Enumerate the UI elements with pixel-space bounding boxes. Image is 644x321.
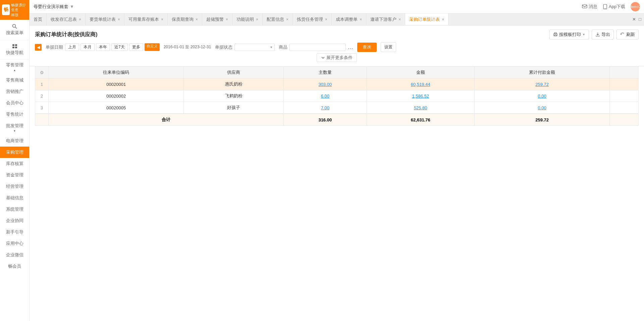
column-settings-icon[interactable]: ⚙ (40, 70, 44, 75)
status-select[interactable] (234, 44, 275, 51)
tab-close-button[interactable]: × (286, 17, 288, 22)
tab-order-stats[interactable]: 要货单统计表 × (86, 13, 124, 25)
paid-link[interactable]: 259.72 (535, 82, 549, 87)
table-row[interactable]: 1 00020001 惠氏奶粉 303.00 60,519.44 259.72 (35, 78, 639, 90)
tab-close-button[interactable]: × (442, 17, 444, 22)
sidebar: 畅 畅捷通好生意标版 搜索菜单 快捷导航 零售管理 零售商城 营销推广 (0, 0, 30, 321)
amount-link[interactable]: 1,586.52 (412, 94, 429, 99)
print-dropdown-icon: ▼ (582, 33, 585, 36)
search-menu-button[interactable]: 搜索菜单 (2, 22, 27, 37)
sidebar-item-finance[interactable]: 资金管理 (0, 169, 29, 181)
expand-button[interactable]: 展开更多条件 (317, 53, 357, 62)
tab-close-button[interactable]: × (360, 17, 362, 22)
qty-link[interactable]: 6.00 (321, 94, 329, 99)
sidebar-item-operations[interactable]: 经营管理 (0, 181, 29, 192)
sidebar-item-wechat[interactable]: 企业微信 (0, 249, 29, 261)
sidebar-item-purchase[interactable]: 采购管理 (0, 147, 29, 158)
print-label: 按模板打印 (559, 32, 581, 38)
sidebar-item-wholesale[interactable]: 批发管理 (0, 120, 29, 135)
tab-close-button[interactable]: × (398, 17, 401, 22)
table-row[interactable]: 2 00020002 飞鹤奶粉 6.00 1,586.52 0.00 (35, 90, 639, 102)
tab-close-button[interactable]: × (226, 17, 228, 22)
topbar-title: 母婴行业演示账套 ▼ (34, 4, 578, 10)
amount-link[interactable]: 60,519.44 (411, 82, 430, 87)
date-btn-more[interactable]: 更多 (129, 43, 143, 51)
tab-config[interactable]: 配置信息 × (263, 13, 293, 25)
sidebar-item-label: 会员中心 (6, 100, 23, 106)
app-download-button[interactable]: App下载 (603, 4, 625, 10)
date-btn-this-month[interactable]: 本月 (80, 43, 95, 51)
quick-nav-button[interactable]: 快捷导航 (0, 42, 29, 58)
custom-date-tag[interactable]: 自定义 (145, 43, 160, 51)
cell-amount: 1,586.52 (367, 90, 474, 102)
tab-receive-send[interactable]: 收发存汇总表 × (47, 13, 86, 25)
date-btn-last-month[interactable]: 上月 (65, 43, 79, 51)
svg-point-0 (12, 24, 15, 27)
tab-close-button[interactable]: × (118, 17, 120, 22)
tab-close-button[interactable]: × (256, 17, 258, 22)
sidebar-logo[interactable]: 畅 畅捷通好生意标版 (0, 0, 29, 20)
tab-close-button[interactable]: × (325, 17, 327, 22)
tab-close-button[interactable]: × (79, 17, 81, 22)
sidebar-item-newbie[interactable]: 新手引导 (0, 226, 29, 238)
col-code: 往来单位编码 (49, 67, 184, 78)
sidebar-item-label: 企业协同 (6, 218, 23, 224)
footer-label: 合计 (49, 114, 284, 126)
table-row[interactable]: 3 00020005 好孩子 7.00 525.80 0.00 (35, 102, 639, 114)
qty-link[interactable]: 7.00 (321, 105, 329, 110)
export-button[interactable]: 导出 (592, 30, 614, 40)
nav-label: 快捷导航 (6, 50, 23, 56)
print-button[interactable]: 按模板打印 ▼ (549, 30, 589, 40)
dropdown-icon[interactable]: ▼ (70, 4, 74, 9)
sidebar-item-enterprise[interactable]: 企业协同 (0, 215, 29, 226)
paid-link[interactable]: 0.00 (538, 94, 546, 99)
sidebar-item-vip[interactable]: 畅会员 (0, 261, 29, 272)
sidebar-item-member[interactable]: 会员中心 (0, 97, 29, 109)
tab-purchase-stats[interactable]: 采购订单统计表 × (405, 13, 448, 25)
goods-input[interactable] (289, 44, 346, 51)
tab-invite[interactable]: 邀请下游客户 × (366, 13, 405, 25)
message-button[interactable]: 消息 (582, 4, 597, 10)
sidebar-item-ecommerce[interactable]: 电商管理 (0, 135, 29, 147)
sidebar-item-retail[interactable]: 零售管理 (0, 59, 29, 74)
sidebar-item-apps[interactable]: 应用中心 (0, 238, 29, 249)
sidebar-item-basic[interactable]: 基础信息 (0, 192, 29, 204)
col-settings: ⚙ (35, 67, 49, 78)
sidebar-item-inventory[interactable]: 库存核算 (0, 158, 29, 169)
tab-cost[interactable]: 成本调整单 × (332, 13, 366, 25)
tab-close-button[interactable]: × (196, 17, 198, 22)
amount-link[interactable]: 525.80 (414, 105, 427, 110)
settings-button[interactable]: 设置 (381, 42, 396, 52)
tab-expiry[interactable]: 保质期查询 × (168, 13, 202, 25)
nav-icon (12, 44, 17, 49)
table-footer-row: 合计 316.00 62,631.76 259.72 (35, 114, 639, 126)
sidebar-item-marketing[interactable]: 营销推广 (0, 86, 29, 97)
tab-inventory-book[interactable]: 可用量库存账本 × (124, 13, 168, 25)
sidebar-search-section: 搜索菜单 (0, 20, 29, 40)
paid-link[interactable]: 0.00 (538, 105, 546, 110)
cell-paid: 0.00 (474, 90, 609, 102)
date-btn-this-year[interactable]: 本年 (96, 43, 110, 51)
tabbar-end-actions: ✕ □ (630, 17, 644, 22)
sidebar-item-label: 库存核算 (6, 161, 23, 167)
tab-home[interactable]: 首页 (30, 13, 47, 25)
qty-link[interactable]: 303.00 (318, 82, 332, 87)
sidebar-item-label: 零售统计 (6, 111, 23, 117)
sidebar-item-retail-stats[interactable]: 零售统计 (0, 109, 29, 120)
collapse-filter-button[interactable]: ◀ (35, 44, 42, 51)
tab-close-button[interactable]: × (161, 17, 163, 22)
tab-function[interactable]: 功能说明 × (232, 13, 263, 25)
goods-more-icon[interactable]: ... (348, 44, 353, 50)
refresh-button[interactable]: 刷新 (616, 30, 639, 40)
svg-rect-11 (554, 35, 556, 36)
date-btn-7days[interactable]: 近7天 (111, 43, 128, 51)
query-button[interactable]: 查询 (357, 43, 377, 52)
sidebar-item-system[interactable]: 系统管理 (0, 204, 29, 215)
user-avatar[interactable]: demo2 (631, 2, 640, 11)
sidebar-item-retail-store[interactable]: 零售商城 (0, 74, 29, 86)
tab-overstock[interactable]: 超储预警 × (202, 13, 232, 25)
tab-home-label: 首页 (34, 16, 42, 22)
maximize-icon[interactable]: □ (639, 17, 641, 22)
tab-task[interactable]: 拣货任务管理 × (293, 13, 332, 25)
close-tab-icon[interactable]: ✕ (632, 17, 636, 22)
